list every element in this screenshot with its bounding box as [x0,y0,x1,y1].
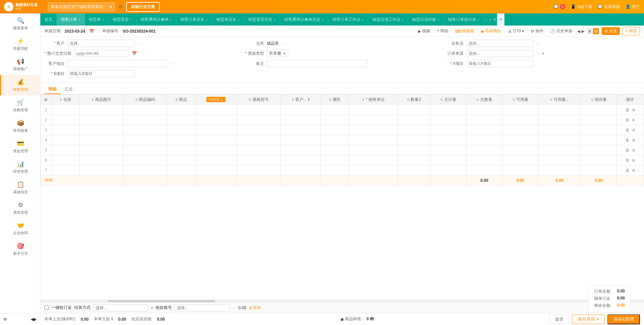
tab-close-return-history[interactable]: × [274,18,276,22]
cell-qty2[interactable] [398,125,430,135]
one-click-checkbox[interactable] [44,306,49,310]
cell-product-image[interactable] [80,155,123,165]
cell-available2[interactable] [538,155,581,165]
cell-spec[interactable] [237,135,280,145]
delete-row-btn[interactable]: 🗑 [626,168,630,173]
cell-available[interactable] [502,135,538,145]
tab-sales-return[interactable]: 销货退货 × [109,13,137,26]
cell-product-code[interactable] [123,135,167,145]
cell-available2[interactable] [538,105,581,115]
delivery-date-input[interactable] [74,50,129,57]
cell-main-unit[interactable] [430,165,466,175]
user-btn[interactable]: 👤 用户 [626,4,640,10]
sidebar-item-operations[interactable]: 📊 经营管理 [0,157,40,177]
cell-product[interactable] [167,155,195,165]
table-container[interactable]: ⚙ ⇅ 仓库 ⇅ 商品图片 ⇅ 商品编码 [40,94,644,299]
cell-attribute[interactable] [320,115,349,125]
list-view-btn[interactable]: ≡ [587,28,592,34]
cell-stock[interactable] [581,105,617,115]
tab-order-statistics[interactable]: 销售订单统计表 × [444,13,484,26]
online-support-btn[interactable]: 💬 在线客服 [598,4,620,10]
cell-stock[interactable] [581,165,617,175]
cell-product[interactable] [167,125,195,135]
cell-available2[interactable] [538,115,581,125]
tab-close-order-workbench[interactable]: × [362,18,364,22]
tab-home[interactable]: 首页 [40,13,57,26]
tab-order-history[interactable]: 销售订单历史 × [176,13,212,26]
tab-next[interactable]: › [488,13,492,26]
tab-menu[interactable]: ≡ [492,13,497,26]
prev-record-btn[interactable]: ◀ [577,29,580,34]
cell-main-qty[interactable] [466,115,502,125]
help-btn[interactable]: ? 帮助 [435,28,450,35]
cell-available[interactable] [502,115,538,125]
profit-btn[interactable]: ◉ 毛利预估 [479,28,503,35]
cell-main-unit[interactable] [430,115,466,125]
cell-sales-unit[interactable] [349,135,397,145]
view-btn[interactable]: ▶ 视频 [416,28,432,35]
tab-summary[interactable]: 汇总 [61,85,77,94]
cell-product-image[interactable] [80,165,123,175]
tab-order-workbench[interactable]: 销售订单工作台 × [328,13,368,26]
cell-spec[interactable] [237,125,280,135]
tab-close-cash-workbench[interactable]: × [402,18,404,22]
cell-main-unit[interactable] [430,135,466,145]
copy-row-btn[interactable]: ⊕ [632,138,635,143]
tab-close-cash-reconcile[interactable]: × [438,18,440,22]
cell-warehouse[interactable] [51,155,80,165]
cell-product-image[interactable] [80,115,123,125]
delete-row-btn[interactable]: 🗑 [626,118,630,122]
cell-qty2[interactable] [398,165,430,175]
app-selector[interactable]: 装备及固定资产辅助管理系统 ▾ [48,2,115,11]
cell-attribute[interactable] [320,145,349,155]
tab-close-sales-return[interactable]: × [130,18,132,22]
copy-row-btn[interactable]: ⊕ [632,118,635,122]
cell-attribute[interactable] [320,165,349,175]
cell-warehouse[interactable] [51,105,80,115]
operation-btn[interactable]: ⚙ 操作 [529,28,545,35]
address-input[interactable] [67,60,168,67]
cell-qty2[interactable] [398,155,430,165]
cell-qty2[interactable] [398,135,430,145]
cell-product-code[interactable] [123,105,167,115]
tab-expense-history[interactable]: 销售费用分摊单历史 × [280,13,328,26]
cell-main-qty[interactable] [466,165,502,175]
cell-available[interactable] [502,125,538,135]
copy-row-btn[interactable]: ⊕ [632,148,635,153]
tab-cash-workbench[interactable]: 钱货日清工作台 × [368,13,408,26]
sidebar-item-inventory[interactable]: 📦 库存核算 [0,116,40,136]
cell-warehouse[interactable] [51,145,80,155]
cell-warehouse[interactable] [51,125,80,135]
settings-icon[interactable]: ⚙ [44,97,48,102]
cell-available[interactable] [502,155,538,165]
tab-expense-split[interactable]: 销售费用分摊单 × [137,13,177,26]
account-input[interactable] [175,304,230,311]
tab-close-sales-order[interactable]: × [78,18,80,22]
b-project-input[interactable] [67,70,135,77]
scroll-area[interactable] [40,299,644,302]
cell-product[interactable] [167,115,195,125]
cell-sales-unit[interactable] [349,125,397,135]
cell-main-unit[interactable] [430,155,466,165]
payment-method-input[interactable] [93,304,148,311]
cell-product-code[interactable] [123,145,167,155]
customer-more-btn[interactable]: ··· [137,41,141,46]
delete-row-btn[interactable]: 🗑 [626,158,630,163]
tab-invoice-history[interactable]: 销货单历史 × [212,13,244,26]
cell-product[interactable] [167,165,195,175]
cell-main-unit[interactable] [430,125,466,135]
cell-available2[interactable] [538,135,581,145]
cell-warehouse[interactable] [51,115,80,125]
settings-icon[interactable]: ⚙ [118,4,123,9]
copy-row-btn[interactable]: ⊕ [632,158,635,163]
cell-product[interactable] [167,145,195,155]
side-settings-btn[interactable]: ⚙ 设置 [602,27,620,35]
cell-product-image[interactable] [80,125,123,135]
copy-row-btn[interactable]: ⊕ [632,128,635,132]
cell-warehouse[interactable] [51,135,80,145]
tab-close-order-history[interactable]: × [206,18,208,22]
cell-main-qty[interactable] [466,155,502,165]
save-new-btn[interactable]: 保存&新增 [607,314,640,324]
cell-available2[interactable] [538,165,581,175]
tab-close-sales-invoice[interactable]: × [102,18,104,22]
